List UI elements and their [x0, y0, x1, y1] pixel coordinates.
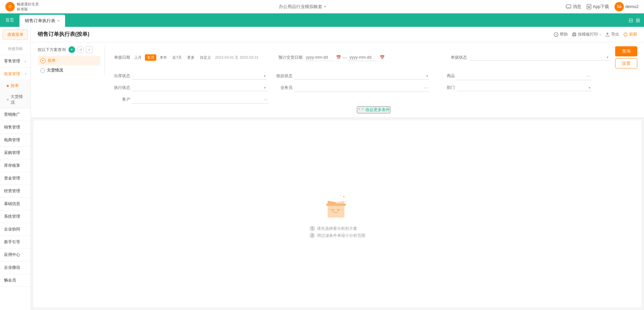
print-button[interactable]: 按模板打印 ▾ — [572, 32, 601, 37]
sidebar-sub-item-andan[interactable]: 按单 — [0, 80, 31, 91]
calendar-to-icon[interactable]: 📅 — [380, 55, 385, 60]
sidebar-item-inventory[interactable]: 库存核算 — [0, 159, 31, 172]
print-dropdown-icon[interactable]: ▾ — [599, 33, 601, 36]
svg-rect-11 — [326, 203, 346, 206]
sidebar-item-basic[interactable]: 基础信息 — [0, 198, 31, 210]
delivery-dropdown-icon[interactable]: ▾ — [263, 74, 267, 78]
status-dropdown-icon[interactable]: ▾ — [605, 55, 610, 59]
export-icon — [605, 32, 610, 37]
scheme-item-andan[interactable]: ● 按单 — [38, 56, 100, 65]
customer-more-icon[interactable]: ··· — [262, 97, 269, 102]
sidebar-section-newbie: 新手引导 — [0, 236, 31, 249]
payment-status-select[interactable]: ▾ — [294, 73, 429, 80]
logo-area: 畅捷通好生意 标准版 — [5, 2, 39, 11]
sidebar-item-apps[interactable]: 应用中心 — [0, 249, 31, 261]
goods-input[interactable]: ··· — [457, 72, 592, 80]
export-button[interactable]: 导出 — [605, 32, 619, 37]
goods-more-icon[interactable]: ··· — [585, 73, 592, 79]
sidebar-item-sales[interactable]: 销售管理 — [0, 121, 31, 134]
tab-home[interactable]: 首页 — [0, 13, 19, 27]
sidebar-item-purchase[interactable]: 采购管理 — [0, 147, 31, 159]
filter-row-2: 出库状态 ▾ 收款状态 ▾ — [110, 72, 637, 80]
filter-row-4: 客户 ··· — [110, 95, 637, 104]
empty-hint-1: 1 请先选择要分析的方案 — [310, 226, 365, 231]
sidebar-item-system[interactable]: 系统管理 — [0, 210, 31, 223]
sidebar-section-retail: 零售管理 ▸ — [0, 55, 31, 68]
scheme-item-qianhuo[interactable]: ○ 欠货情况 — [38, 65, 100, 75]
sidebar-item-marketing[interactable]: 营销推广 — [0, 108, 31, 121]
collapse-scheme-button[interactable]: « — [86, 46, 93, 53]
sidebar-item-retail[interactable]: 零售管理 ▸ — [0, 55, 31, 67]
sidebar-item-wholesale[interactable]: 批发管理 ▾ — [0, 68, 31, 80]
customer-input[interactable]: ··· — [132, 95, 269, 104]
sidebar-item-finance[interactable]: 资金管理 — [0, 172, 31, 185]
sidebar-item-ecommerce[interactable]: 电商管理 — [0, 134, 31, 146]
payment-status-label: 收款状态 — [272, 73, 292, 79]
filter-field-status: 单据状态 ▾ — [447, 54, 610, 61]
tab-close-icon[interactable]: × — [57, 18, 60, 23]
calendar-from-icon[interactable]: 📅 — [336, 55, 341, 60]
sidebar-quick-nav: 快捷导航 — [0, 43, 31, 55]
empty-illustration: ✦ ✦ ✦ — [321, 188, 354, 222]
top-bar-left: 畅捷通好生意 标准版 — [5, 2, 39, 11]
tab-expand-icon[interactable]: ⊞ — [636, 17, 640, 23]
date-tab-more[interactable]: 更多 — [185, 54, 197, 61]
filter-field-delivery-status: 出库状态 ▾ — [110, 73, 267, 80]
department-dropdown-icon[interactable]: ▾ — [587, 86, 592, 90]
filter-fields: 单据日期 上月 本月 本年 近7天 更多 自定义 — [110, 46, 637, 113]
sidebar-sub-wholesale: 按单 欠货情况 — [0, 80, 31, 108]
collapse-more-button[interactable]: ⌃⌃ 收起更多条件 — [357, 106, 390, 113]
sidebar-item-member[interactable]: 畅会员 — [0, 274, 31, 287]
sidebar-section-wholesale: 批发管理 ▾ 按单 欠货情况 — [0, 68, 31, 108]
salesperson-more-icon[interactable]: ··· — [423, 85, 429, 90]
sidebar-sub-item-qianhuo[interactable]: 欠货情况 — [0, 91, 31, 108]
user-profile[interactable]: Ea demo2 — [614, 2, 639, 11]
message-button[interactable]: 消息 — [566, 4, 581, 10]
department-select[interactable]: ▾ — [457, 85, 592, 91]
tab-active[interactable]: 销售订单执行表 × — [19, 15, 65, 27]
add-scheme-button[interactable]: + — [68, 46, 75, 53]
expected-date-to-input[interactable] — [348, 54, 378, 61]
date-tab-curr-month[interactable]: 本月 — [145, 54, 156, 61]
sidebar-section-system: 系统管理 — [0, 210, 31, 223]
svg-point-15 — [332, 209, 333, 211]
refresh-button[interactable]: 刷新 — [623, 32, 637, 37]
sidebar-item-operations[interactable]: 经营管理 — [0, 185, 31, 197]
sidebar-search-area: 搜索菜单 — [0, 27, 31, 43]
sidebar-item-enterprise[interactable]: 企业协同 — [0, 223, 31, 236]
date-tab-last7[interactable]: 近7天 — [170, 54, 184, 61]
goods-label: 商品 — [435, 73, 455, 79]
collapse-btn-area: ⌃⌃ 收起更多条件 — [110, 106, 637, 113]
sidebar-section-apps: 应用中心 — [0, 249, 31, 261]
sidebar-item-newbie[interactable]: 新手引导 — [0, 236, 31, 248]
salesperson-input[interactable]: ··· — [294, 84, 429, 92]
payment-dropdown-icon[interactable]: ▾ — [425, 74, 429, 78]
filter-field-department: 部门 ▾ — [435, 85, 592, 91]
date-tab-prev-month[interactable]: 上月 — [132, 54, 144, 61]
expected-date-from-input[interactable] — [305, 54, 335, 61]
status-label: 单据状态 — [447, 55, 467, 60]
search-menu-button[interactable]: 搜索菜单 — [3, 30, 28, 40]
workspace-selector[interactable]: 办公用品行业模拟账套 ▾ — [279, 4, 326, 10]
date-tab-custom[interactable]: 自定义 — [198, 54, 213, 61]
workspace-title: 办公用品行业模拟账套 — [279, 4, 322, 10]
query-button[interactable]: 查询 — [615, 46, 637, 56]
top-bar: 畅捷通好生意 标准版 办公用品行业模拟账套 ▾ 消息 App下载 Ea — [0, 0, 644, 13]
date-tab-curr-year[interactable]: 本年 — [158, 54, 169, 61]
delivery-status-select[interactable]: ▾ — [132, 73, 267, 80]
sidebar-section-enterprise: 企业协同 — [0, 223, 31, 236]
exec-status-select[interactable]: ▾ — [132, 85, 267, 91]
settings-button[interactable]: 设置 — [615, 58, 637, 68]
help-button[interactable]: ? 帮助 — [554, 32, 568, 37]
app-download-button[interactable]: App下载 — [587, 4, 609, 10]
sidebar-item-wechat[interactable]: 企业微信 — [0, 261, 31, 274]
tab-minimize-icon[interactable]: ⊟ — [629, 17, 633, 23]
exec-dropdown-icon[interactable]: ▾ — [263, 86, 267, 90]
reset-scheme-button[interactable]: ↺ — [77, 46, 84, 53]
workspace-dropdown-icon[interactable]: ▾ — [324, 5, 326, 8]
tab-bar-actions: ⊟ ⊞ — [629, 17, 644, 23]
tab-bar: 首页 销售订单执行表 × ⊟ ⊞ — [0, 13, 644, 27]
filter-field-payment-status: 收款状态 ▾ — [272, 73, 429, 80]
status-select[interactable]: ▾ — [469, 54, 610, 61]
sidebar-section-operations: 经营管理 — [0, 185, 31, 198]
